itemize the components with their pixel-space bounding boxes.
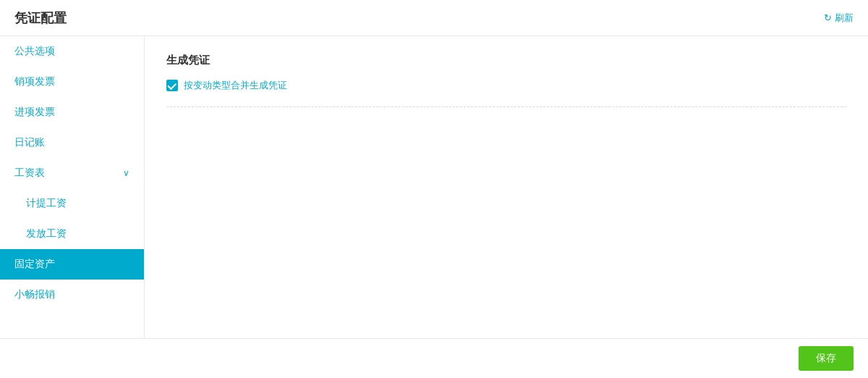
sidebar-item-label: 日记账 [14, 136, 45, 149]
refresh-button[interactable]: ↻ 刷新 [824, 12, 854, 25]
sidebar-item-label: 固定资产 [14, 258, 55, 271]
page-title: 凭证配置 [14, 9, 67, 27]
sidebar-item-label: 小畅报销 [14, 288, 55, 301]
sidebar-item-expense[interactable]: 小畅报销 [0, 280, 144, 310]
checkbox-row: 按变动类型合并生成凭证 [166, 79, 846, 92]
sidebar-item-label: 销项发票 [14, 75, 55, 88]
sidebar-item-label: 发放工资 [26, 227, 67, 240]
sidebar-item-label: 公共选项 [14, 45, 55, 58]
main-container: 公共选项 销项发票 进项发票 日记账 工资表 ∨ 计提工资 发放工资 固定资产 … [0, 36, 868, 338]
save-button[interactable]: 保存 [799, 346, 854, 371]
sidebar-item-label: 进项发票 [14, 106, 55, 119]
sidebar: 公共选项 销项发票 进项发票 日记账 工资表 ∨ 计提工资 发放工资 固定资产 … [0, 36, 145, 338]
merge-checkbox[interactable] [166, 80, 178, 91]
sidebar-item-payroll[interactable]: 工资表 ∨ [0, 158, 144, 188]
sidebar-item-label: 工资表 [14, 167, 45, 180]
sidebar-item-fixed-assets[interactable]: 固定资产 [0, 249, 144, 280]
checkbox-label[interactable]: 按变动类型合并生成凭证 [184, 79, 287, 92]
sidebar-item-journal[interactable]: 日记账 [0, 127, 144, 158]
page-header: 凭证配置 ↻ 刷新 [0, 0, 868, 36]
section-divider [166, 106, 846, 107]
refresh-label: 刷新 [835, 12, 854, 25]
sidebar-item-pay-salary[interactable]: 发放工资 [0, 219, 144, 249]
chevron-down-icon: ∨ [123, 168, 129, 178]
sidebar-item-sales-invoice[interactable]: 销项发票 [0, 67, 144, 97]
content-area: 生成凭证 按变动类型合并生成凭证 [145, 36, 868, 338]
sidebar-item-public[interactable]: 公共选项 [0, 36, 144, 67]
section-title: 生成凭证 [166, 54, 846, 67]
refresh-icon: ↻ [824, 12, 832, 23]
sidebar-item-accrual-salary[interactable]: 计提工资 [0, 188, 144, 219]
sidebar-item-purchase-invoice[interactable]: 进项发票 [0, 97, 144, 127]
page-footer: 保存 [0, 338, 868, 378]
sidebar-item-label: 计提工资 [26, 197, 67, 210]
